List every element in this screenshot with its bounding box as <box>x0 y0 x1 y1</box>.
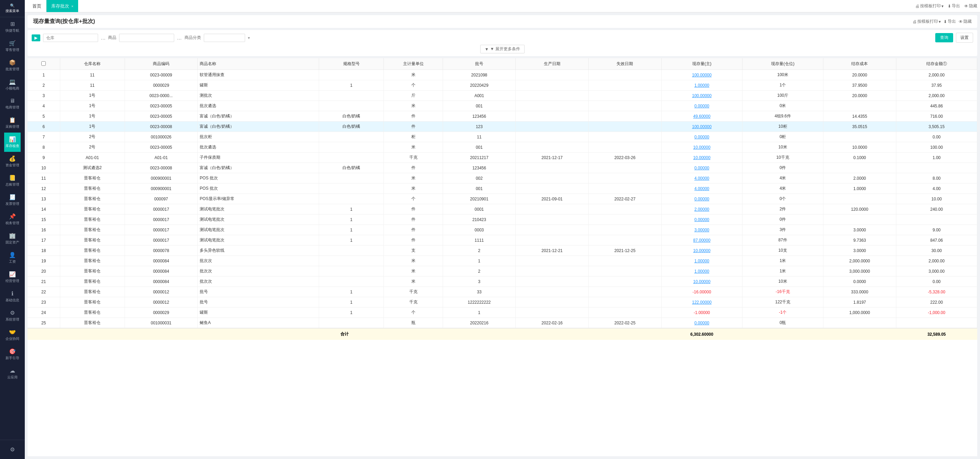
category-label: 商品分类 <box>185 35 201 41</box>
cell-spec-23: 1 <box>319 308 384 318</box>
cell-qty-main-1[interactable]: 1.00000 <box>661 80 742 91</box>
cell-qty-main-20[interactable]: 10.00000 <box>661 276 742 287</box>
cell-qty-main-18[interactable]: 1.00000 <box>661 256 742 266</box>
quick-nav-icon: ⊞ <box>10 21 15 27</box>
cell-qty-main-24[interactable]: 0.00000 <box>661 318 742 328</box>
sidebar-item-basic[interactable]: ℹ基础信息 <box>4 287 21 306</box>
cell-code-14: 0000017 <box>125 215 197 225</box>
hide-top-btn[interactable]: 👁 隐藏 <box>959 19 972 24</box>
cell-qty-main-10[interactable]: 4.00000 <box>661 173 742 183</box>
cell-warehouse-19: 晋客裕仓 <box>60 266 125 276</box>
tab-close-btn[interactable]: × <box>71 4 73 8</box>
cell-exp-23 <box>589 308 662 318</box>
tab-inventory-batch[interactable]: 库存批次 × <box>46 0 78 12</box>
warehouse-input[interactable] <box>43 34 98 42</box>
cell-qty-main-14[interactable]: 0.00000 <box>661 215 742 225</box>
sidebar-item-general[interactable]: 📒总账管理 <box>4 171 21 190</box>
cell-unit-7: 米 <box>384 142 443 153</box>
sidebar-item-mini-ecom[interactable]: 💻小额电商 <box>4 75 21 94</box>
sidebar-item-settings[interactable]: ⚙ <box>0 443 25 456</box>
cell-qty-main-22[interactable]: 122.00000 <box>661 297 742 308</box>
cell-prod-0 <box>515 70 589 80</box>
sidebar-item-hr[interactable]: 👤工资 <box>4 248 21 268</box>
select-all-checkbox[interactable] <box>41 61 46 66</box>
cell-qty-store-6: 0柜 <box>742 132 823 142</box>
hide-action[interactable]: 👁 隐藏 <box>964 3 977 9</box>
cell-name-3: 批次遴选 <box>197 101 319 111</box>
cell-qty-main-7[interactable]: 10.00000 <box>661 142 742 153</box>
cell-qty-main-19[interactable]: 1.00000 <box>661 266 742 276</box>
expand-more-btn[interactable]: ▼ ▼ 展开更多条件 <box>480 45 525 53</box>
cell-spec-6 <box>319 132 384 142</box>
sidebar-item-tax[interactable]: 📌税务管理 <box>4 210 21 229</box>
cell-qty-main-11[interactable]: 4.00000 <box>661 183 742 194</box>
cell-warehouse-20: 晋客裕仓 <box>60 276 125 287</box>
filter-expand-btn[interactable]: ▶ <box>32 34 40 41</box>
table-row: 8 2号 0023-00005 批次遴选 米 001 10.00000 10米 … <box>27 142 977 153</box>
cell-code-17: 0000078 <box>125 245 197 256</box>
cell-qty-main-0[interactable]: 100.00000 <box>661 70 742 80</box>
cell-code-18: 0000084 <box>125 256 197 266</box>
cell-exp-22 <box>589 297 662 308</box>
cell-avg-cost-3 <box>823 101 896 111</box>
sidebar-item-wholesale[interactable]: 📦批发管理 <box>4 56 21 75</box>
table-row: 9 A01-01 A01-01 子件保质期 千克 20211217 2021-1… <box>27 153 977 163</box>
sidebar-item-inventory[interactable]: 📊库存核查 <box>4 132 21 152</box>
sidebar-item-purchase[interactable]: 📋采购管理 <box>4 113 21 132</box>
sidebar-search[interactable]: 🔍 搜索菜单 <box>0 0 25 17</box>
sidebar-item-cloud[interactable]: ☁云应用 <box>4 364 21 383</box>
table-row: 11 晋客裕仓 000900001 POS 批次 米 002 4.00000 4… <box>27 173 977 183</box>
export-top-btn[interactable]: ⬇ 导出 <box>943 19 956 24</box>
cell-qty-store-20: 10米 <box>742 276 823 287</box>
cell-code-1: 0000029 <box>125 80 197 91</box>
settings-btn[interactable]: 设置 <box>956 33 973 43</box>
page-content: 现存量查询(按仓库+批次) 🖨 按模板打印 ▾ ⬇ 导出 👁 隐藏 <box>25 13 980 459</box>
cell-warehouse-23: 晋客裕仓 <box>60 308 125 318</box>
sidebar-item-invoice[interactable]: 🧾发票管理 <box>4 190 21 210</box>
sidebar-item-system[interactable]: ⚙系统管理 <box>4 306 21 325</box>
sidebar-item-guide[interactable]: 🎯新手引导 <box>4 345 21 364</box>
category-input[interactable] <box>204 34 245 42</box>
cell-qty-main-17[interactable]: 10.00000 <box>661 245 742 256</box>
cell-qty-main-8[interactable]: 10.00000 <box>661 153 742 163</box>
cell-prod-14 <box>515 215 589 225</box>
cell-qty-main-2[interactable]: 100.00000 <box>661 91 742 101</box>
cell-warehouse-5: 1号 <box>60 121 125 132</box>
goods-input[interactable] <box>119 34 174 42</box>
print-action[interactable]: 🖨 按模板打印 ▾ <box>915 3 943 9</box>
export-action[interactable]: ⬇ 导出 <box>948 3 960 9</box>
cell-warehouse-8: A01-01 <box>60 153 125 163</box>
print-top-btn[interactable]: 🖨 按模板打印 ▾ <box>913 19 941 24</box>
cell-exp-3 <box>589 101 662 111</box>
sidebar-item-quick-nav[interactable]: ⊞快捷导航 <box>4 17 21 37</box>
sidebar-item-ops[interactable]: 📈经营管理 <box>4 268 21 287</box>
sidebar-item-retail[interactable]: 🛒零售管理 <box>4 37 21 56</box>
cell-qty-main-15[interactable]: 3.00000 <box>661 225 742 235</box>
cell-qty-main-16[interactable]: 87.00000 <box>661 235 742 245</box>
tab-home[interactable]: 首页 <box>27 0 46 12</box>
printer-icon: 🖨 <box>915 4 920 9</box>
query-btn[interactable]: 查询 <box>935 33 953 42</box>
cell-spec-20 <box>319 276 384 287</box>
table-row: 24 晋客裕仓 0000029 罐斯 1 个 1 -1.00000 -1个 1,… <box>27 308 977 318</box>
sidebar-item-finance[interactable]: 💰资金管理 <box>4 152 21 171</box>
system-icon: ⚙ <box>10 309 15 316</box>
cell-qty-main-13[interactable]: 2.00000 <box>661 204 742 215</box>
cell-qty-main-5[interactable]: 100.00000 <box>661 121 742 132</box>
cell-qty-main-6[interactable]: 0.00000 <box>661 132 742 142</box>
cell-num-6: 7 <box>27 132 60 142</box>
cell-qty-main-3[interactable]: 0.00000 <box>661 101 742 111</box>
cell-prod-21 <box>515 287 589 297</box>
cell-exp-10 <box>589 173 662 183</box>
cell-spec-10 <box>319 173 384 183</box>
cell-exp-11 <box>589 183 662 194</box>
col-warehouse-header: 仓库名称 <box>60 58 125 70</box>
filter-area: ▶ ... 商品 ... 商品分类 ▾ 查询 设置 ▼ ▼ 展开更多条件 <box>27 30 977 56</box>
cell-qty-main-9[interactable]: 0.00000 <box>661 163 742 173</box>
cell-avg-cost-20: 0.0000 <box>823 276 896 287</box>
sidebar-item-fixed[interactable]: 🏢固定资产 <box>4 229 21 248</box>
sidebar-item-collab[interactable]: 🤝企业协同 <box>4 325 21 345</box>
cell-qty-main-4[interactable]: 49.60000 <box>661 111 742 121</box>
cell-qty-main-12[interactable]: 0.00000 <box>661 194 742 204</box>
sidebar-item-ecom[interactable]: 🖥电商管理 <box>4 94 21 113</box>
